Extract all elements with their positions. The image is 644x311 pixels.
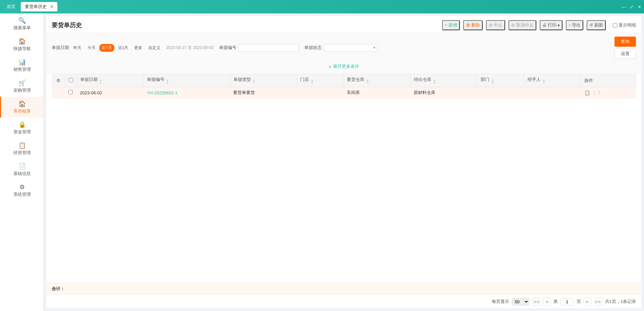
status-search-field: 单据状态 <box>304 44 377 52</box>
sidebar-item-label: 销售管理 <box>13 66 31 73</box>
col-order-type: 单据类型 ▲▼ <box>230 74 297 87</box>
sidebar-item-search-menu[interactable]: 🔍 搜索菜单 <box>0 13 43 34</box>
first-page-btn[interactable]: ◀◀ <box>532 298 540 306</box>
sidebar-item-label: 经营管理 <box>13 150 31 156</box>
table-head: ⚙ 单据日期 ▲▼ 单据编号 ▲▼ 单据类型 <box>52 74 636 87</box>
row-pending-warehouse: 原材料仓库 <box>414 90 435 95</box>
page-title: 要货单历史 <box>52 21 82 29</box>
new-button[interactable]: + 新增 <box>442 20 460 30</box>
order-no-input[interactable] <box>238 44 299 52</box>
row-order-type-cell: 要货单要货 <box>230 87 297 98</box>
cancel-stop-button[interactable]: ⊘ 取消中止 <box>508 20 536 30</box>
print-button[interactable]: 🖨 打印 ▾ <box>540 20 563 30</box>
sort-icon-department[interactable]: ▲▼ <box>491 79 494 84</box>
status-select[interactable] <box>324 44 377 52</box>
col-pending-warehouse: 待出仓库 ▲▼ <box>410 74 477 87</box>
sort-icon-pending-warehouse[interactable]: ▲▼ <box>433 79 436 84</box>
sidebar-item-sales[interactable]: 📊 销售管理 <box>0 55 43 76</box>
date-btn-custom[interactable]: 自定义 <box>146 44 163 52</box>
display-detail-toggle[interactable]: 显示明细 <box>613 22 636 28</box>
col-req-warehouse: 要货仓库 ▲▼ <box>343 74 410 87</box>
col-store-label: 门店 <box>300 77 309 82</box>
col-checkbox <box>65 74 76 87</box>
per-page-select[interactable]: 50 10 20 100 <box>512 298 529 306</box>
expand-more-btn[interactable]: ∨ 展开更多条件 <box>326 63 362 70</box>
tab-order-history-label: 要货单历史 <box>25 4 47 10</box>
sort-icon-order-no[interactable]: ▲▼ <box>166 79 169 84</box>
print-label: 🖨 打印 <box>542 22 557 28</box>
sort-icon-date[interactable]: ▲▼ <box>99 79 102 84</box>
date-range-buttons: 昨天 今天 近7天 近1月 更多 自定义 <box>71 44 163 52</box>
order-no-search-field: 单据编号 <box>219 44 299 52</box>
row-edit-icon[interactable]: 📋 <box>584 90 590 95</box>
date-search-field: 单据日期 昨天 今天 近7天 近1月 更多 自定义 2023-05-27 至 2… <box>52 44 214 52</box>
sidebar-item-label: 资金管理 <box>13 129 31 135</box>
delete-button[interactable]: 🗑 删除 <box>463 20 483 30</box>
row-checkbox[interactable] <box>68 90 73 94</box>
sort-icon-order-type[interactable]: ▲▼ <box>253 79 255 84</box>
date-btn-more[interactable]: 更多 <box>132 44 145 52</box>
table-row: 2023-06-02 YH-20230602-1 要货单要货 车间库 <box>52 87 636 98</box>
date-btn-1month[interactable]: 近1月 <box>116 44 131 52</box>
minimize-icon[interactable]: — <box>622 4 626 9</box>
tab-close-icon[interactable]: ✕ <box>50 4 53 9</box>
next-page-btn[interactable]: ▶ <box>584 298 592 306</box>
row-date: 2023-06-02 <box>80 90 102 95</box>
col-handler-label: 经手人 <box>528 77 541 82</box>
date-btn-yesterday[interactable]: 昨天 <box>71 44 84 52</box>
table-footer: 合计： <box>46 283 641 295</box>
display-detail-checkbox[interactable] <box>613 23 617 28</box>
sidebar-item-operations[interactable]: 📋 经营管理 <box>0 138 43 159</box>
query-button[interactable]: 查询 <box>614 37 636 47</box>
date-btn-7days[interactable]: 近7天 <box>99 44 114 52</box>
window-close-icon[interactable]: ✕ <box>638 4 641 9</box>
select-all-checkbox[interactable] <box>69 78 73 82</box>
status-select-wrapper <box>324 44 377 52</box>
order-no-label: 单据编号 <box>219 45 236 51</box>
maximize-icon[interactable]: ⤢ <box>630 4 634 9</box>
table-header-row: ⚙ 单据日期 ▲▼ 单据编号 ▲▼ 单据类型 <box>52 74 636 87</box>
pagination-bar: 每页显示 50 10 20 100 ◀◀ ◀ 第 页 ▶ ▶▶ 共1页，1条记录 <box>46 295 641 308</box>
search-area: 单据日期 昨天 今天 近7天 近1月 更多 自定义 2023-05-27 至 2… <box>46 33 641 74</box>
last-page-btn[interactable]: ▶▶ <box>594 298 602 306</box>
search-menu-icon: 🔍 <box>18 17 26 24</box>
row-num-cell <box>65 87 76 98</box>
sort-icon-store[interactable]: ▲▼ <box>311 79 314 84</box>
date-btn-today[interactable]: 今天 <box>85 44 98 52</box>
stop-button[interactable]: ⊘ 中止 <box>486 20 505 30</box>
sidebar-item-basic-info[interactable]: 📄 基础信息 <box>0 159 43 180</box>
row-more-icon[interactable]: ⋮⋮ <box>592 90 601 95</box>
system-icon: ⚙ <box>19 184 25 190</box>
export-button[interactable]: ↑ 导出 <box>566 20 583 30</box>
row-actions-cell: 📋 ⋮⋮ <box>581 87 636 98</box>
sidebar-item-inventory[interactable]: 🏠 库存核算 <box>0 97 43 118</box>
col-pending-warehouse-label: 待出仓库 <box>414 77 431 82</box>
col-actions: 操作 <box>581 74 636 87</box>
col-date: 单据日期 ▲▼ <box>76 74 143 87</box>
expand-row: ∨ 展开更多条件 <box>52 61 636 70</box>
sidebar-item-system[interactable]: ⚙ 系统管理 <box>0 180 43 201</box>
main-layout: 🔍 搜索菜单 🏠 快捷导航 📊 销售管理 🛒 采购管理 🏠 库存核算 🔒 资金管… <box>0 13 644 311</box>
tab-order-history[interactable]: 要货单历史 ✕ <box>21 2 57 11</box>
row-order-no-link[interactable]: YH-20230602-1 <box>147 90 177 95</box>
settings-button[interactable]: 设置 <box>614 49 636 59</box>
refresh-button[interactable]: ↺ 刷新 <box>587 20 606 30</box>
tab-home-label: 首页 <box>7 4 15 10</box>
col-settings[interactable]: ⚙ <box>52 74 65 87</box>
page-label: 第 <box>553 299 558 305</box>
sidebar-item-finance[interactable]: 🔒 资金管理 <box>0 118 43 138</box>
row-store-cell <box>297 87 343 98</box>
sidebar-item-purchase[interactable]: 🛒 采购管理 <box>0 76 43 97</box>
toolbar: + 新增 🗑 删除 ⊘ 中止 ⊘ 取消中止 🖨 打印 ▾ ↑ 导出 ↺ 刷新 显… <box>442 20 636 30</box>
inventory-icon: 🏠 <box>18 101 26 107</box>
sort-icon-req-warehouse[interactable]: ▲▼ <box>366 79 369 84</box>
prev-page-btn[interactable]: ◀ <box>543 298 551 306</box>
page-number-input[interactable] <box>560 298 574 305</box>
sidebar-item-label: 采购管理 <box>13 87 31 93</box>
per-page-label: 每页显示 <box>492 299 509 305</box>
col-handler: 经手人 ▲▼ <box>524 74 581 87</box>
sidebar-item-quick-nav[interactable]: 🏠 快捷导航 <box>0 34 43 55</box>
tab-home[interactable]: 首页 <box>3 2 19 11</box>
row-pending-warehouse-cell: 原材料仓库 <box>410 87 477 98</box>
sort-icon-handler[interactable]: ▲▼ <box>542 79 545 84</box>
